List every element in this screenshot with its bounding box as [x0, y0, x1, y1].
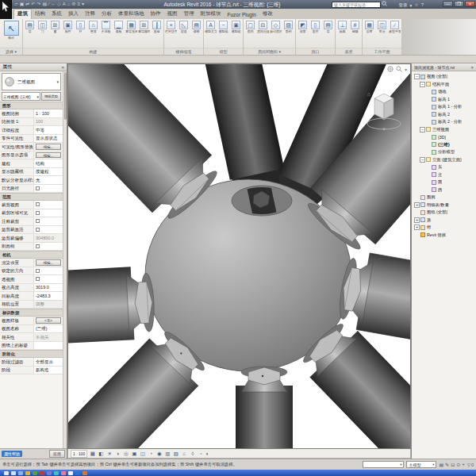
instance-selector-dropdown-icon[interactable]: ▾ — [36, 94, 39, 99]
tree-item[interactable]: {三维} — [412, 141, 476, 149]
checkbox-icon[interactable] — [36, 202, 40, 206]
door-tool[interactable]: ◫门 — [36, 21, 48, 33]
grid-tool[interactable]: #轴网 — [349, 21, 361, 33]
constraints-icon[interactable]: ▫ — [198, 450, 204, 458]
taskbar-app-icon-8[interactable] — [61, 471, 66, 475]
property-value[interactable]: 调整 — [34, 301, 63, 309]
ribbon-tab-5[interactable]: 分析 — [98, 10, 115, 19]
tree-item[interactable]: 西 — [412, 186, 476, 194]
tag-icon[interactable]: ◇ — [57, 1, 61, 8]
railing-tool[interactable]: ≡栏杆扶手 — [165, 21, 177, 33]
detail-level-icon[interactable]: ▦ — [90, 450, 96, 458]
tree-item[interactable]: −视图 (全部) — [412, 73, 476, 81]
taskbar-app-icon-6[interactable] — [47, 471, 52, 475]
checkbox-icon[interactable] — [36, 228, 40, 232]
vcb-more-icon[interactable]: ▾ — [206, 451, 209, 456]
measure-icon[interactable]: ∕ — [48, 1, 49, 8]
ribbon-tab-6[interactable]: 体量和场地 — [115, 10, 148, 19]
type-selector-dropdown-icon[interactable]: ▾ — [56, 79, 59, 84]
worksharing-display-icon[interactable]: ▥ — [164, 450, 171, 458]
infocenter-signin[interactable]: 登录 ▾ ☆ ? — [399, 2, 424, 9]
editable-only-icon[interactable]: ✎ — [445, 462, 449, 467]
search-icon[interactable] — [382, 1, 387, 9]
property-value[interactable]: 新构造 — [34, 367, 63, 374]
taskbar-app-icon-4[interactable] — [33, 471, 37, 475]
workset-dropdown[interactable]: ▾ — [363, 461, 404, 468]
redo-icon[interactable]: ↷ — [36, 1, 40, 8]
tree-item[interactable]: 南 — [412, 178, 476, 186]
windows-taskbar[interactable] — [0, 470, 476, 476]
apply-button[interactable]: 应用 — [49, 450, 65, 459]
text-icon[interactable]: A — [63, 1, 66, 8]
property-value[interactable]: 不相关 — [34, 333, 63, 341]
modify-tool[interactable]: ↖修改 — [1, 21, 21, 40]
property-edit-button[interactable]: 编辑... — [36, 152, 61, 159]
render-dialog-icon[interactable]: ◎ — [123, 450, 129, 458]
stair-tool[interactable]: ▤楼梯 — [190, 21, 202, 33]
tree-item[interactable]: 图例 — [412, 194, 476, 202]
tree-item[interactable]: 图纸 (全部) — [412, 209, 476, 217]
model-text-tool[interactable]: A模型文字 — [205, 21, 217, 33]
application-menu-button[interactable] — [0, 0, 12, 19]
tree-expand-icon[interactable]: − — [420, 157, 425, 163]
ribbon-tab-1[interactable]: 结构 — [32, 10, 48, 19]
tree-expand-icon[interactable]: − — [420, 82, 425, 87]
signin-label[interactable]: 登录 — [399, 2, 408, 8]
section-icon[interactable]: ⊘ — [71, 1, 75, 8]
tree-expand-icon[interactable]: + — [414, 225, 420, 230]
property-value[interactable]: 100 — [34, 118, 63, 126]
shadows-icon[interactable]: ◑ — [114, 450, 121, 458]
help-icon[interactable]: ? — [421, 2, 424, 9]
ribbon-tab-3[interactable]: 插入 — [65, 10, 82, 19]
property-section-header[interactable]: 相机 — [0, 251, 63, 259]
tree-item[interactable]: 分析模型 — [412, 148, 476, 156]
checkbox-icon[interactable] — [36, 219, 40, 223]
ceiling-tool[interactable]: ▔天花板 — [100, 21, 112, 33]
ribbon-tab-12[interactable]: 修改 — [259, 10, 276, 19]
select-pinned-icon[interactable]: ⊙ — [456, 462, 460, 467]
drag-on-selection-icon[interactable]: + — [462, 462, 465, 467]
model-line-tool[interactable]: ~模型线 — [217, 21, 229, 33]
tree-item[interactable]: −三维视图 — [412, 126, 476, 134]
room-separator-tool[interactable]: ⊟房间分隔 — [257, 21, 269, 33]
signin-dropdown-icon[interactable]: ▾ — [410, 3, 413, 8]
thin-lines-icon[interactable]: ≡ — [77, 1, 80, 8]
minimize-button[interactable]: — — [443, 1, 453, 7]
tree-item[interactable]: 场地 — [412, 88, 476, 96]
property-value[interactable]: {三维} — [34, 325, 63, 333]
workset-dropdown-icon[interactable]: ▾ — [400, 463, 401, 466]
tree-item[interactable]: Revit 链接 — [412, 232, 476, 240]
ribbon-tab-11[interactable]: Fuzor Plugin — [225, 11, 260, 19]
ribbon-tab-8[interactable]: 视图 — [164, 10, 181, 19]
ramp-tool[interactable]: ◺坡道 — [178, 21, 190, 33]
tree-expand-icon[interactable]: + — [414, 217, 420, 223]
curtain-grid-tool[interactable]: ⊞幕墙网格 — [138, 21, 150, 33]
exchange-apps-icon[interactable]: ☆ — [414, 2, 418, 9]
tree-item[interactable]: +族 — [412, 217, 476, 225]
reveal-hidden-icon[interactable]: ◉ — [156, 450, 163, 458]
opening-by-face-tool[interactable]: ◩按面 — [297, 21, 309, 33]
tree-item[interactable]: +组 — [412, 224, 476, 232]
filter-funnel-icon[interactable]: ▽ — [467, 463, 470, 467]
project-browser-close-icon[interactable]: × — [470, 65, 474, 70]
type-selector[interactable]: 三维视图 ▾ — [2, 73, 61, 90]
viewcube-cube[interactable] — [374, 94, 393, 119]
selection-filter[interactable]: ▽ 0 — [467, 463, 474, 467]
set-workplane-tool[interactable]: ▦设置 — [363, 21, 375, 33]
show-workplane-tool[interactable]: ◫显示 — [376, 21, 388, 33]
ribbon-tab-4[interactable]: 注释 — [82, 10, 98, 19]
checkbox-icon[interactable] — [36, 211, 40, 215]
tree-item[interactable]: +明细表/数量 — [412, 202, 476, 209]
tree-item[interactable]: −结构平面 — [412, 81, 476, 89]
ribbon-tab-0[interactable]: 建筑 — [13, 9, 32, 19]
highlight-displacement-icon[interactable]: ◊ — [190, 450, 196, 458]
taskbar-app-icon-7[interactable] — [54, 471, 59, 475]
ribbon-tab-7[interactable]: 协作 — [148, 10, 164, 19]
maximize-button[interactable]: ❐ — [454, 1, 464, 7]
tree-item[interactable]: 标高 2 — [412, 111, 476, 119]
level-tool[interactable]: ⊥标高 — [336, 21, 348, 33]
taskbar-app-icon-0[interactable] — [4, 471, 9, 475]
save-icon[interactable]: ▣ — [20, 1, 25, 8]
properties-header[interactable]: 属性 × — [0, 63, 67, 71]
taskbar-app-icon-3[interactable] — [25, 471, 30, 475]
